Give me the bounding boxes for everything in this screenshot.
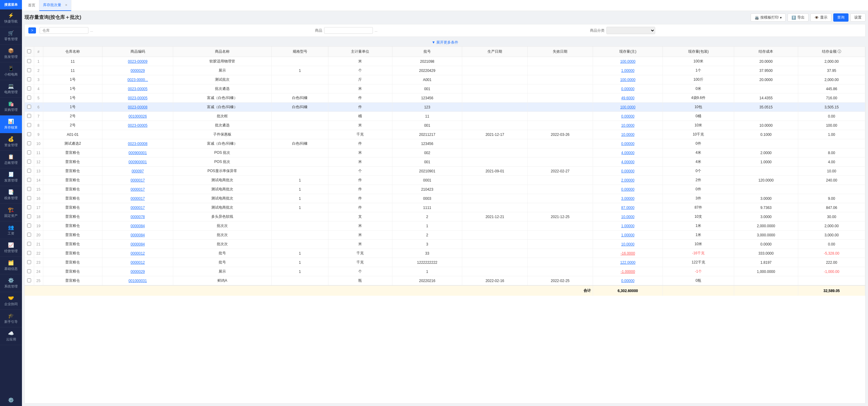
row-code[interactable]: 0023-00009 — [102, 57, 173, 66]
warehouse-input[interactable] — [40, 27, 88, 34]
sidebar-item-mini-ecom[interactable]: 📱 小程电商 — [0, 62, 22, 80]
sidebar-item-newbie[interactable]: 🎓 新手引导 — [0, 310, 22, 328]
row-checkbox[interactable] — [27, 242, 31, 246]
select-all-checkbox[interactable] — [27, 49, 31, 53]
row-code[interactable]: 0000012 — [102, 249, 173, 258]
row-qty-main[interactable]: 100.0000 — [593, 75, 663, 84]
row-checkbox-cell[interactable] — [25, 103, 34, 112]
sidebar-item-overview[interactable]: 📋 总账管理 — [0, 151, 22, 168]
tab-inventory-batch[interactable]: 库存批次量 ✕ — [39, 0, 71, 11]
row-code[interactable]: 0000084 — [102, 240, 173, 249]
row-checkbox[interactable] — [27, 114, 31, 118]
row-qty-main[interactable]: 10.0000 — [593, 130, 663, 139]
row-qty-main[interactable]: 0.00000 — [593, 112, 663, 121]
row-code[interactable]: 0000017 — [102, 176, 173, 185]
row-code[interactable]: 0000029 — [102, 267, 173, 276]
row-checkbox[interactable] — [27, 160, 31, 164]
row-checkbox-cell[interactable] — [25, 240, 34, 249]
row-code[interactable]: 0023-0000... — [102, 75, 173, 84]
print-button[interactable]: 🖨️ 按模板打印 ▾ — [751, 13, 786, 22]
sidebar-item-ecom[interactable]: 💻 电商管理 — [0, 80, 22, 98]
row-code[interactable] — [102, 130, 173, 139]
sidebar-item-invoice[interactable]: 🧾 发票管理 — [0, 168, 22, 186]
row-code[interactable]: 0000017 — [102, 203, 173, 212]
sidebar-item-retail[interactable]: 🛒 零售管理 — [0, 27, 22, 45]
row-checkbox[interactable] — [27, 77, 31, 81]
row-checkbox[interactable] — [27, 178, 31, 182]
row-code[interactable]: 0000017 — [102, 194, 173, 203]
row-checkbox[interactable] — [27, 150, 31, 155]
tab-close-icon[interactable]: ✕ — [65, 3, 67, 7]
row-qty-main[interactable]: 100.0000 — [593, 103, 663, 112]
row-checkbox-cell[interactable] — [25, 276, 34, 286]
row-checkbox-cell[interactable] — [25, 222, 34, 231]
row-checkbox[interactable] — [27, 260, 31, 264]
row-qty-main[interactable]: 2.00000 — [593, 176, 663, 185]
sidebar-logo[interactable]: 搜索菜单 — [0, 0, 22, 9]
row-code[interactable]: 000097 — [102, 167, 173, 176]
sidebar-item-quick-nav[interactable]: ⚡ 快捷导航 — [0, 9, 22, 27]
row-code[interactable]: 0023-00005 — [102, 84, 173, 94]
row-code[interactable]: 001000026 — [102, 112, 173, 121]
row-checkbox[interactable] — [27, 214, 31, 218]
row-checkbox-cell[interactable] — [25, 139, 34, 148]
row-code[interactable]: 0000084 — [102, 222, 173, 231]
row-checkbox[interactable] — [27, 233, 31, 237]
row-checkbox-cell[interactable] — [25, 203, 34, 212]
sidebar-settings[interactable]: ⚙️ — [0, 394, 22, 406]
row-code[interactable]: 000900001 — [102, 148, 173, 158]
row-checkbox-cell[interactable] — [25, 231, 34, 240]
row-checkbox[interactable] — [27, 205, 31, 209]
row-checkbox-cell[interactable] — [25, 249, 34, 258]
row-checkbox[interactable] — [27, 169, 31, 173]
sidebar-item-wholesale[interactable]: 📦 批发管理 — [0, 45, 22, 62]
row-checkbox[interactable] — [27, 187, 31, 191]
search-expand-toggle[interactable]: > — [28, 27, 36, 34]
row-checkbox[interactable] — [27, 96, 31, 100]
row-checkbox[interactable] — [27, 105, 31, 109]
row-qty-main[interactable]: -1.00000 — [593, 267, 663, 276]
sidebar-item-base[interactable]: 🗂️ 基础信息 — [0, 257, 22, 274]
row-checkbox[interactable] — [27, 251, 31, 255]
row-qty-main[interactable]: 0.00000 — [593, 185, 663, 194]
row-checkbox-cell[interactable] — [25, 194, 34, 203]
row-checkbox[interactable] — [27, 269, 31, 273]
row-checkbox-cell[interactable] — [25, 167, 34, 176]
row-qty-main[interactable]: 100.0000 — [593, 57, 663, 66]
row-code[interactable]: 000900001 — [102, 158, 173, 167]
row-checkbox-cell[interactable] — [25, 185, 34, 194]
row-qty-main[interactable]: 49.6000 — [593, 94, 663, 103]
row-checkbox-cell[interactable] — [25, 57, 34, 66]
row-code[interactable]: 0000017 — [102, 185, 173, 194]
row-code[interactable]: 0000084 — [102, 231, 173, 240]
row-code[interactable]: 0000029 — [102, 66, 173, 75]
row-checkbox[interactable] — [27, 278, 31, 282]
row-checkbox[interactable] — [27, 141, 31, 145]
sidebar-item-ops[interactable]: 📈 经营管理 — [0, 239, 22, 257]
sidebar-item-system[interactable]: ⚙️ 系统管理 — [0, 274, 22, 292]
row-checkbox-cell[interactable] — [25, 75, 34, 84]
query-button[interactable]: 查询 — [833, 13, 848, 22]
row-qty-main[interactable]: 0.00000 — [593, 84, 663, 94]
settings-button[interactable]: 设置 — [850, 13, 866, 22]
row-checkbox[interactable] — [27, 123, 31, 127]
row-checkbox-cell[interactable] — [25, 176, 34, 185]
row-checkbox-cell[interactable] — [25, 130, 34, 139]
row-checkbox-cell[interactable] — [25, 66, 34, 75]
row-checkbox-cell[interactable] — [25, 94, 34, 103]
row-checkbox-cell[interactable] — [25, 212, 34, 222]
export-button[interactable]: ⬆️ 导出 — [787, 13, 809, 22]
row-qty-main[interactable]: 10.0000 — [593, 121, 663, 130]
row-checkbox-cell[interactable] — [25, 267, 34, 276]
row-qty-main[interactable]: 10.0000 — [593, 240, 663, 249]
row-qty-main[interactable]: 122.0000 — [593, 258, 663, 267]
display-button[interactable]: 👁️ 显示 — [810, 13, 831, 22]
row-qty-main[interactable]: 1.00000 — [593, 231, 663, 240]
row-code[interactable]: 0000078 — [102, 212, 173, 222]
row-qty-main[interactable]: 0.00000 — [593, 139, 663, 148]
row-qty-main[interactable]: 10.0000 — [593, 212, 663, 222]
sidebar-item-collab[interactable]: 🤝 企业协同 — [0, 292, 22, 310]
row-code[interactable]: 0000012 — [102, 258, 173, 267]
row-checkbox[interactable] — [27, 132, 31, 136]
row-qty-main[interactable]: 0.00000 — [593, 167, 663, 176]
